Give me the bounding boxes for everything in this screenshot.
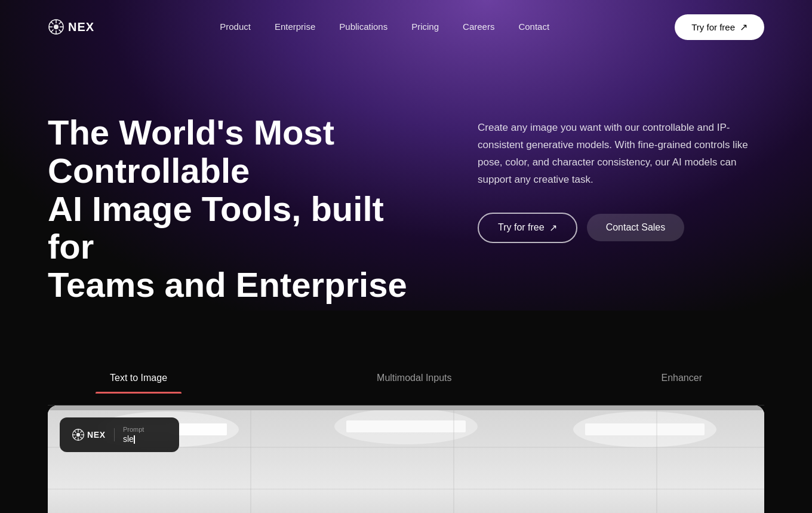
hero-section: The World's Most Controllable AI Image T…: [0, 54, 812, 340]
nav-item-publications[interactable]: Publications: [339, 21, 387, 32]
text-cursor: [134, 435, 135, 444]
hero-try-free-arrow: ↗: [549, 222, 557, 234]
svg-point-16: [334, 408, 478, 444]
prompt-card-logo: NEX: [72, 428, 115, 441]
tab-enhancer[interactable]: Enhancer: [647, 363, 717, 393]
nav-link-contact[interactable]: Contact: [518, 21, 549, 32]
tab-multimodal-inputs[interactable]: Multimodal Inputs: [362, 363, 466, 393]
nav-cta-arrow: ↗: [740, 21, 748, 33]
nav-link-enterprise[interactable]: Enterprise: [275, 21, 315, 32]
nav-links: Product Enterprise Publications Pricing …: [220, 21, 549, 32]
showcase: NEX Prompt sle: [48, 406, 764, 513]
nav-link-careers[interactable]: Careers: [463, 21, 494, 32]
svg-line-6: [51, 22, 54, 24]
tab-multimodal-inputs-label: Multimodal Inputs: [377, 373, 451, 383]
hero-buttons: Try for free ↗ Contact Sales: [478, 213, 764, 243]
svg-rect-25: [48, 406, 764, 410]
svg-line-9: [51, 30, 54, 32]
hero-title-line1: The World's Most Controllable: [48, 113, 334, 190]
svg-line-38: [74, 437, 76, 439]
prompt-value: sle: [123, 434, 144, 444]
tab-enhancer-label: Enhancer: [662, 373, 703, 383]
svg-line-36: [81, 437, 82, 439]
hero-title-line3: Teams and Enterprise: [48, 265, 407, 304]
hero-contact-sales-label: Contact Sales: [606, 222, 666, 232]
prompt-label: Prompt: [123, 426, 144, 433]
logo-text: NEX: [68, 20, 94, 34]
nav-cta-label: Try for free: [691, 22, 735, 32]
nav-item-pricing[interactable]: Pricing: [411, 21, 439, 32]
prompt-card: NEX Prompt sle: [60, 417, 179, 452]
showcase-image: NEX Prompt sle: [48, 406, 764, 513]
hero-title-line2: AI Image Tools, built for: [48, 189, 384, 266]
nav-link-pricing[interactable]: Pricing: [411, 21, 439, 32]
hero-description: Create any image you want with our contr…: [478, 119, 764, 189]
svg-point-1: [54, 24, 59, 29]
svg-point-30: [76, 433, 80, 437]
svg-line-7: [59, 30, 61, 32]
nav-item-contact[interactable]: Contact: [518, 21, 549, 32]
nav-item-product[interactable]: Product: [220, 21, 251, 32]
hero-title: The World's Most Controllable AI Image T…: [48, 113, 418, 304]
hero-try-free-button[interactable]: Try for free ↗: [478, 213, 577, 243]
prompt-content: Prompt sle: [123, 426, 144, 444]
prompt-logo-text: NEX: [87, 430, 106, 440]
hero-left: The World's Most Controllable AI Image T…: [48, 113, 418, 304]
tabs-section: Text to Image Multimodal Inputs Enhancer: [0, 352, 812, 406]
svg-line-37: [81, 431, 82, 432]
hero-right: Create any image you want with our contr…: [478, 113, 764, 243]
tab-text-to-image[interactable]: Text to Image: [96, 363, 182, 393]
navigation: NEX Product Enterprise Publications Pric…: [0, 0, 812, 54]
nav-link-publications[interactable]: Publications: [339, 21, 387, 32]
nav-link-product[interactable]: Product: [220, 21, 251, 32]
hero-try-free-label: Try for free: [498, 222, 545, 233]
svg-line-8: [59, 22, 61, 24]
svg-point-18: [573, 411, 716, 447]
nav-item-enterprise[interactable]: Enterprise: [275, 21, 315, 32]
tabs-nav: Text to Image Multimodal Inputs Enhancer: [48, 352, 764, 406]
nav-try-free-button[interactable]: Try for free ↗: [675, 14, 764, 40]
hero-contact-sales-button[interactable]: Contact Sales: [587, 214, 685, 241]
brand-logo[interactable]: NEX: [48, 19, 94, 35]
nav-item-careers[interactable]: Careers: [463, 21, 494, 32]
tab-text-to-image-label: Text to Image: [110, 373, 167, 383]
svg-line-35: [74, 431, 76, 432]
prompt-logo-icon: [72, 428, 85, 441]
logo-icon: [48, 19, 64, 35]
